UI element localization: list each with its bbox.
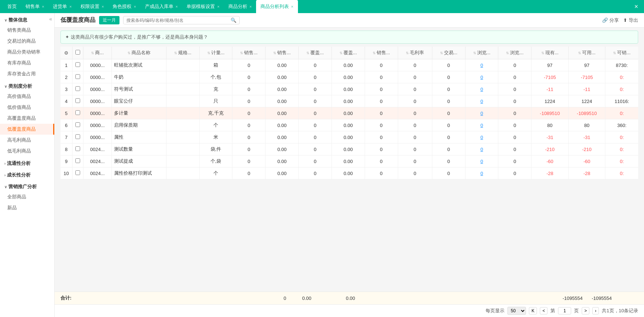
col-gross-rate[interactable]: 毛利率: [398, 47, 432, 59]
browse-link[interactable]: 0: [480, 171, 483, 176]
nav-role[interactable]: 角色授权 ×: [108, 0, 140, 13]
nav-purchase[interactable]: 进货单 ×: [48, 0, 76, 13]
page-input[interactable]: [558, 307, 571, 314]
sidebar-section-growth[interactable]: › 成长性分析: [0, 168, 54, 180]
sidebar-item-category-rate[interactable]: 商品分类动销率: [0, 47, 54, 58]
row-checkbox[interactable]: [72, 95, 83, 107]
col-current[interactable]: 现有...: [531, 47, 568, 59]
nav-product-in-close[interactable]: ×: [176, 4, 178, 9]
nav-role-close[interactable]: ×: [134, 4, 136, 9]
row-browse1[interactable]: 0: [465, 83, 498, 95]
sidebar-item-high-value[interactable]: 高价值商品: [0, 91, 54, 102]
row-browse1[interactable]: 0: [465, 59, 498, 71]
sidebar-item-new-goods[interactable]: 新品: [0, 202, 54, 213]
sidebar-item-high-cover[interactable]: 高覆盖度商品: [0, 113, 54, 124]
row-checkbox[interactable]: [72, 107, 83, 119]
nav-home[interactable]: 首页: [3, 0, 21, 13]
col-saleable[interactable]: 可销...: [605, 47, 638, 59]
col-cover2[interactable]: 覆盖...: [331, 47, 365, 59]
row-checkbox[interactable]: [72, 119, 83, 131]
row-browse1[interactable]: 0: [465, 167, 498, 179]
col-sales-qty[interactable]: 销售...: [232, 47, 266, 59]
row-checkbox[interactable]: [72, 167, 83, 179]
col-available[interactable]: 可用...: [568, 47, 605, 59]
last-page-btn[interactable]: ›: [592, 307, 599, 314]
search-input[interactable]: [126, 18, 231, 23]
sidebar-section-category[interactable]: ∨ 类别度分析: [0, 79, 54, 91]
sidebar-section-marketing[interactable]: ∨ 营销推广分析: [0, 180, 54, 191]
nav-purchase-close[interactable]: ×: [69, 4, 71, 9]
nav-goods-list[interactable]: 商品分析列表 ×: [256, 0, 298, 13]
browse-link[interactable]: 0: [480, 135, 483, 140]
sidebar-collapse-btn[interactable]: «: [49, 16, 52, 22]
sidebar-item-stock-fund[interactable]: 库存资金占用: [0, 68, 54, 79]
browse-link[interactable]: 0: [480, 63, 483, 68]
next-page-btn[interactable]: >: [582, 307, 589, 314]
row-browse1[interactable]: 0: [465, 107, 498, 119]
row-browse1[interactable]: 0: [465, 131, 498, 143]
row-gross-rate: 0: [398, 143, 432, 155]
select-all-checkbox[interactable]: [75, 50, 80, 55]
col-code[interactable]: 商...: [83, 47, 112, 59]
filter-recent-month[interactable]: 近一月: [99, 16, 119, 24]
nav-permission[interactable]: 权限设置 ×: [76, 0, 108, 13]
nav-goods-list-close[interactable]: ×: [291, 4, 293, 9]
row-browse1[interactable]: 0: [465, 119, 498, 131]
nav-sales[interactable]: 销售单 ×: [21, 0, 48, 13]
row-checkbox[interactable]: [72, 59, 83, 71]
browse-link[interactable]: 0: [480, 87, 483, 92]
browse-link[interactable]: 0: [480, 99, 483, 104]
first-page-btn[interactable]: K: [529, 307, 537, 314]
row-browse1[interactable]: 0: [465, 95, 498, 107]
nav-permission-close[interactable]: ×: [102, 4, 104, 9]
row-code: 0024...: [83, 155, 112, 167]
row-checkbox[interactable]: [72, 131, 83, 143]
col-name[interactable]: 商品名称: [112, 47, 166, 59]
table-wrapper[interactable]: ⚙ 商... 商品名称 规格... 计量... 销售... 销售... 覆盖..…: [55, 47, 644, 292]
row-browse1[interactable]: 0: [465, 143, 498, 155]
col-sales3[interactable]: 销售...: [365, 47, 398, 59]
sidebar-item-low-gross[interactable]: 低毛利商品: [0, 146, 54, 156]
sidebar-item-low-cover[interactable]: 低覆盖度商品: [0, 124, 54, 135]
browse-link[interactable]: 0: [480, 123, 483, 128]
browse-link[interactable]: 0: [480, 111, 483, 116]
sidebar-item-has-stock[interactable]: 有库存商品: [0, 58, 54, 68]
share-btn[interactable]: 🔗 分享: [602, 17, 619, 24]
nav-sales-close[interactable]: ×: [42, 4, 44, 9]
col-sales-amt[interactable]: 销售...: [266, 47, 299, 59]
nav-close-all[interactable]: ×: [631, 3, 641, 11]
row-sales-amt: 0.00: [266, 143, 299, 155]
row-checkbox[interactable]: [72, 155, 83, 167]
nav-template-close[interactable]: ×: [217, 4, 219, 9]
row-browse1[interactable]: 0: [465, 155, 498, 167]
sidebar-section-liquidity[interactable]: › 流通性分析: [0, 156, 54, 168]
nav-goods-analysis[interactable]: 商品分析 ×: [224, 0, 256, 13]
browse-link[interactable]: 0: [480, 159, 483, 164]
sidebar-item-high-gross[interactable]: 高毛利商品: [0, 135, 54, 146]
row-browse1[interactable]: 0: [465, 71, 498, 83]
col-cover1[interactable]: 覆盖...: [299, 47, 332, 59]
sidebar-item-sales-goods[interactable]: 销售类商品: [0, 25, 54, 36]
nav-goods-analysis-close[interactable]: ×: [250, 4, 252, 9]
col-browse2[interactable]: 浏览...: [498, 47, 531, 59]
row-checkbox[interactable]: [72, 143, 83, 155]
col-settings[interactable]: ⚙: [60, 47, 72, 59]
sidebar-item-low-value[interactable]: 低价值商品: [0, 102, 54, 113]
sidebar-item-all-goods[interactable]: 全部商品: [0, 191, 54, 202]
sidebar-section-overall[interactable]: ∨ 整体信息: [0, 13, 54, 25]
col-browse1[interactable]: 浏览...: [465, 47, 498, 59]
nav-template[interactable]: 单据模板设置 ×: [182, 0, 224, 13]
per-page-select[interactable]: 50 100 200: [507, 307, 526, 315]
col-unit[interactable]: 计量...: [199, 47, 232, 59]
row-checkbox[interactable]: [72, 71, 83, 83]
nav-product-in[interactable]: 产成品入库单 ×: [141, 0, 182, 13]
export-btn[interactable]: ⬆ 导出: [623, 17, 638, 24]
row-trade: 0: [432, 167, 465, 179]
row-checkbox[interactable]: [72, 83, 83, 95]
browse-link[interactable]: 0: [480, 147, 483, 152]
col-trade[interactable]: 交易...: [432, 47, 465, 59]
sidebar-item-traded-goods[interactable]: 交易过的商品: [0, 36, 54, 47]
col-spec[interactable]: 规格...: [166, 47, 199, 59]
prev-page-btn[interactable]: <: [540, 307, 547, 314]
browse-link[interactable]: 0: [480, 75, 483, 80]
